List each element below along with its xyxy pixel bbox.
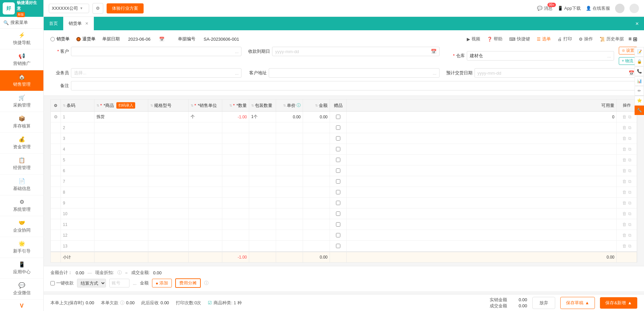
history-btn[interactable]: 📜 历史单据 xyxy=(598,35,626,43)
customer-input[interactable]: ... xyxy=(71,47,241,56)
float-btn-3[interactable]: 📞 xyxy=(635,67,644,76)
td-spec-1[interactable] xyxy=(148,112,189,122)
float-btn-6[interactable]: ⭐ xyxy=(635,96,644,105)
copy-icon[interactable]: ⧉ xyxy=(628,200,631,206)
one-key-payment-check[interactable]: 一键收款 xyxy=(50,280,74,286)
save-draft-button[interactable]: 保存草稿 ▲ xyxy=(560,297,595,309)
sidebar-item-finance[interactable]: 💰 资金管理 xyxy=(0,133,43,154)
sort-icon-unit[interactable]: ⇅ xyxy=(191,104,193,107)
video-btn[interactable]: ▶ 视频 xyxy=(465,35,482,43)
salesperson-input[interactable]: 选择... ... xyxy=(71,68,241,78)
copy-icon[interactable]: ⧉ xyxy=(628,179,631,184)
tab-home[interactable]: 首页 xyxy=(44,17,63,30)
scan-button[interactable]: 扫码录入 xyxy=(116,102,135,109)
help-btn[interactable]: ❓ 帮助 xyxy=(485,35,504,43)
td-pkgqty-1[interactable]: 1个 xyxy=(249,112,276,122)
float-btn-7[interactable]: 🔧 xyxy=(635,106,644,115)
sort-icon-price[interactable]: ⇅ xyxy=(283,104,286,107)
copy-icon[interactable]: ⧉ xyxy=(628,190,631,195)
sidebar-item-collab[interactable]: 🤝 企业协同 xyxy=(0,216,43,237)
sidebar-item-quick-nav[interactable]: ⚡ 快捷导航 xyxy=(0,29,43,49)
copy-icon[interactable]: ⧉ xyxy=(628,168,631,173)
notes-input[interactable] xyxy=(71,81,637,90)
sort-icon-qty[interactable]: ⇅ xyxy=(229,104,232,107)
delete-icon[interactable]: 🗑 xyxy=(622,147,627,152)
avatar[interactable] xyxy=(615,4,624,13)
copy-icon[interactable]: ⧉ xyxy=(628,157,631,163)
sidebar-search[interactable]: 🔍 搜索菜单 xyxy=(0,17,43,29)
sort-icon-spec[interactable]: ⇅ xyxy=(150,104,153,107)
fee-split-button[interactable]: 费用分摊 xyxy=(175,278,201,288)
fee-info-icon[interactable]: ⓘ xyxy=(204,280,209,286)
sidebar-item-vip[interactable]: V 畅会员 xyxy=(0,300,43,311)
delete-icon[interactable]: 🗑 xyxy=(622,136,627,141)
copy-icon[interactable]: ⧉ xyxy=(628,222,631,227)
print-btn[interactable]: 🖨 打印 xyxy=(556,35,574,43)
copy-icon[interactable]: ⧉ xyxy=(628,243,631,249)
sidebar-item-wechat[interactable]: 💬 企业微信 xyxy=(0,279,43,300)
delete-icon[interactable]: 🗑 xyxy=(622,190,627,195)
ops-btn[interactable]: ⚙ 操作 xyxy=(577,35,595,43)
radio-sales-label[interactable]: 销货单 xyxy=(50,36,70,42)
sidebar-item-marketing[interactable]: 📢 营销推广 xyxy=(0,49,43,70)
radio-return-input[interactable] xyxy=(76,37,81,41)
delete-icon[interactable]: 🗑 xyxy=(622,243,627,248)
due-date-input[interactable]: yyyy-mm-dd 📅 xyxy=(272,47,439,56)
add-button[interactable]: ● 添加 xyxy=(152,279,172,287)
shortage-info-icon[interactable]: ⓘ xyxy=(120,300,124,306)
radio-sales-input[interactable] xyxy=(50,37,55,41)
sidebar-item-app[interactable]: 📱 应用中心 xyxy=(0,258,43,279)
copy-icon[interactable]: ⧉ xyxy=(628,125,631,130)
app-download-button[interactable]: 📱 App下载 xyxy=(558,5,581,11)
copy-icon[interactable]: ⧉ xyxy=(628,233,631,238)
sidebar-item-inventory[interactable]: 📦 库存核算 xyxy=(0,112,43,133)
sort-icon-pkg[interactable]: ⇅ xyxy=(251,104,254,107)
td-row-settings-1[interactable]: ⚙ xyxy=(51,112,61,122)
td-price-1[interactable]: 0.00 xyxy=(276,112,303,122)
delivery-date-input[interactable]: yyyy-mm-dd 📅 xyxy=(475,68,637,78)
settlement-select[interactable]: 结算方式 xyxy=(77,279,106,287)
copy-icon[interactable]: ⧉ xyxy=(628,147,631,152)
online-service-button[interactable]: 👤 在线客服 xyxy=(586,5,610,11)
sidebar-item-system[interactable]: ⚙ 系统管理 xyxy=(0,195,43,216)
copy-icon[interactable]: ⧉ xyxy=(628,136,631,141)
delete-icon[interactable]: 🗑 xyxy=(622,179,627,184)
float-btn-1[interactable]: 📝 xyxy=(635,47,644,56)
bank-account-input[interactable]: 账号 xyxy=(109,279,129,287)
float-btn-2[interactable]: 🔒 xyxy=(635,57,644,66)
save-new-button[interactable]: 保存&新增 ▲ xyxy=(600,297,637,309)
price-info-icon[interactable]: ⓘ xyxy=(297,103,301,108)
calendar-icon[interactable]: 📅 xyxy=(159,37,164,42)
sort-icon[interactable]: ⇅ xyxy=(63,104,66,107)
td-unit-1[interactable]: 个 xyxy=(189,112,222,122)
copy-icon[interactable]: ⧉ xyxy=(628,211,631,217)
sidebar-item-base[interactable]: 📄 基础信息 xyxy=(0,174,43,195)
settings-button[interactable]: ⚙ xyxy=(92,3,103,14)
delete-icon-1[interactable]: 🗑 xyxy=(622,114,627,119)
tab-close-icon[interactable]: ✕ xyxy=(85,21,88,26)
company-select[interactable]: XXXXXX公司 ▼ xyxy=(49,4,89,13)
delete-icon[interactable]: 🗑 xyxy=(622,233,627,238)
delete-icon[interactable]: 🗑 xyxy=(622,211,627,216)
float-btn-5[interactable]: ✏ xyxy=(635,86,644,95)
delete-icon[interactable]: 🗑 xyxy=(622,125,627,130)
delete-icon[interactable]: 🗑 xyxy=(622,222,627,227)
td-amount-1[interactable]: 0.00 xyxy=(303,112,330,122)
view-toggle[interactable]: ≡ ⊞ xyxy=(629,36,637,42)
message-button[interactable]: 💬 消息 99+ xyxy=(537,5,553,11)
sort-icon-amount[interactable]: ⇅ xyxy=(315,104,318,107)
float-btn-4[interactable]: 📊 xyxy=(635,76,644,86)
th-settings[interactable]: ⚙ xyxy=(51,100,61,111)
sidebar-item-sales[interactable]: 🏠 销售管理 xyxy=(0,70,43,91)
td-gift-1[interactable] xyxy=(330,112,347,122)
tab-bar-close-button[interactable]: ✕ xyxy=(630,17,644,30)
warehouse-input[interactable]: 建材仓 ... xyxy=(467,51,614,61)
tab-sales-order[interactable]: 销货单 ✕ xyxy=(63,17,94,30)
sort-icon-goods[interactable]: ⇅ xyxy=(97,104,99,107)
radio-return-label[interactable]: 退货单 xyxy=(76,36,96,42)
sidebar-item-biz[interactable]: 📋 经营管理 xyxy=(0,154,43,174)
td-qty-1[interactable]: -1.00 xyxy=(222,112,249,122)
shortcut-btn[interactable]: ⌨ 快捷键 xyxy=(507,35,532,43)
sidebar-item-guide[interactable]: 🌟 新手引导 xyxy=(0,237,43,258)
trial-button[interactable]: 体验行业方案 xyxy=(107,3,144,13)
